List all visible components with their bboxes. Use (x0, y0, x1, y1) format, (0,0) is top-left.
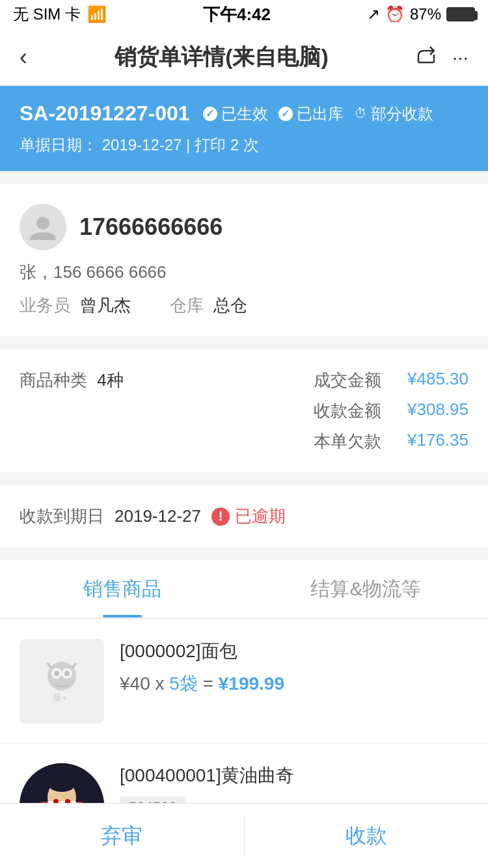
customer-phone: 17666666666 (79, 213, 223, 241)
status-badges: ✓ 已生效 ✓ 已出库 ⏱ 部分收款 (203, 103, 433, 124)
nav-bar: ‹ 销货单详情(来自电脑) ··· (0, 29, 488, 86)
sales-label: 业务员 (20, 295, 70, 315)
header-date-row: 单据日期： 2019-12-27 | 打印 2 次 (20, 135, 468, 156)
more-button[interactable]: ··· (452, 46, 468, 68)
overdue-icon: ! (211, 508, 230, 526)
category-info: 商品种类 4种 (20, 369, 124, 392)
cancel-button[interactable]: 弃审 (0, 804, 244, 868)
status-time: 下午4:42 (203, 3, 271, 26)
deal-amount-row: 成交金额 ¥485.30 (314, 369, 468, 392)
warehouse-name: 总仓 (213, 295, 247, 315)
location-icon: ↗ (367, 5, 380, 23)
customer-name-phone: 张，156 6666 6666 (20, 261, 468, 284)
deal-label: 成交金额 (314, 369, 381, 392)
status-badge-shipped: ✓ 已出库 (278, 103, 344, 124)
header-row-1: SA-20191227-001 ✓ 已生效 ✓ 已出库 ⏱ 部分收款 (20, 102, 468, 126)
sales-name: 曾凡杰 (80, 295, 131, 315)
status-left: 无 SIM 卡 📶 (13, 4, 107, 25)
debt-amount-row: 本单欠款 ¥176.35 (314, 430, 468, 453)
receipt-amount-row: 收款金额 ¥308.95 (314, 400, 468, 422)
category-count: 4种 (97, 370, 123, 390)
status-badge-effective: ✓ 已生效 (203, 103, 268, 124)
order-id: SA-20191227-001 (20, 102, 190, 126)
check-icon-2: ✓ (278, 107, 293, 121)
receipt-label: 收款金额 (314, 400, 381, 422)
clock-icon: ⏱ (354, 106, 367, 121)
receipt-amount: ¥308.95 (407, 400, 468, 422)
tab-sales-products[interactable]: 销售商品 (0, 560, 244, 617)
print-info: | 打印 2 次 (186, 136, 259, 154)
check-icon-1: ✓ (203, 107, 217, 121)
avatar (20, 204, 66, 251)
battery-icon (446, 7, 475, 21)
confirm-button[interactable]: 收款 (245, 804, 489, 868)
svg-point-11 (47, 774, 76, 792)
nav-actions: ··· (416, 44, 468, 70)
status-right: ↗ ⏰ 87% (367, 5, 475, 23)
battery-text: 87% (410, 5, 441, 23)
svg-point-4 (54, 671, 59, 676)
product-name-1: [0000002]面包 (120, 639, 468, 664)
alarm-icon: ⏰ (385, 5, 405, 23)
back-button[interactable]: ‹ (20, 44, 27, 71)
overdue-badge: ! 已逾期 (211, 505, 286, 528)
date-label: 单据日期： (20, 136, 98, 154)
status-badge-partial: ⏱ 部分收款 (354, 103, 433, 124)
salesperson-info: 业务员 曾凡杰 (20, 294, 131, 317)
product-qty-1: 5袋 (169, 673, 198, 694)
tab-settlement[interactable]: 结算&物流等 (244, 560, 488, 617)
overdue-text: 已逾期 (235, 505, 286, 528)
product-name-2: [000400001]黄油曲奇 (120, 763, 468, 788)
category-label: 商品种类 (20, 370, 87, 390)
share-button[interactable] (416, 44, 437, 70)
customer-section: 17666666666 张，156 6666 6666 业务员 曾凡杰 仓库 总… (0, 184, 488, 336)
tab-sales-label: 销售商品 (83, 576, 161, 603)
debt-amount: ¥176.35 (407, 430, 468, 453)
carrier-text: 无 SIM 卡 (13, 4, 81, 25)
product-item: 量+ [0000002]面包 ¥40 x 5袋 = ¥199.99 (0, 619, 488, 744)
product-total-1: ¥199.99 (219, 673, 284, 694)
product-image-1: 量+ (20, 639, 104, 724)
warehouse-label: 仓库 (170, 295, 204, 315)
tabs-row: 销售商品 结算&物流等 (0, 560, 488, 617)
header-info-bar: SA-20191227-001 ✓ 已生效 ✓ 已出库 ⏱ 部分收款 单据日期：… (0, 86, 488, 171)
deal-amount: ¥485.30 (407, 369, 468, 392)
product-info-1: [0000002]面包 ¥40 x 5袋 = ¥199.99 (120, 639, 468, 724)
due-label: 收款到期日 (20, 505, 104, 528)
tab-settlement-label: 结算&物流等 (310, 576, 421, 603)
status-bar: 无 SIM 卡 📶 下午4:42 ↗ ⏰ 87% (0, 0, 488, 29)
product-price-1: ¥40 x 5袋 = ¥199.99 (120, 671, 468, 696)
due-date-section: 收款到期日 2019-12-27 ! 已逾期 (0, 485, 488, 547)
debt-label: 本单欠款 (314, 430, 381, 453)
warehouse-info: 仓库 总仓 (170, 294, 247, 317)
wifi-icon: 📶 (87, 5, 107, 23)
order-date: 2019-12-27 (102, 136, 182, 154)
svg-text:量+: 量+ (53, 692, 67, 703)
product-unit-price-1: ¥40 (120, 673, 150, 694)
bottom-bar: 弃审 收款 (0, 803, 488, 868)
customer-top: 17666666666 (20, 204, 468, 251)
summary-section: 商品种类 4种 成交金额 ¥485.30 收款金额 ¥308.95 本单欠款 ¥… (0, 349, 488, 472)
customer-meta: 业务员 曾凡杰 仓库 总仓 (20, 294, 468, 317)
due-date-value: 2019-12-27 (115, 506, 201, 526)
tab-underline (103, 615, 142, 617)
page-title: 销货单详情(来自电脑) (115, 42, 329, 72)
svg-point-0 (36, 217, 49, 230)
svg-point-5 (64, 671, 70, 676)
amount-summary: 成交金额 ¥485.30 收款金额 ¥308.95 本单欠款 ¥176.35 (314, 369, 468, 453)
tabs-section: 销售商品 结算&物流等 (0, 560, 488, 618)
